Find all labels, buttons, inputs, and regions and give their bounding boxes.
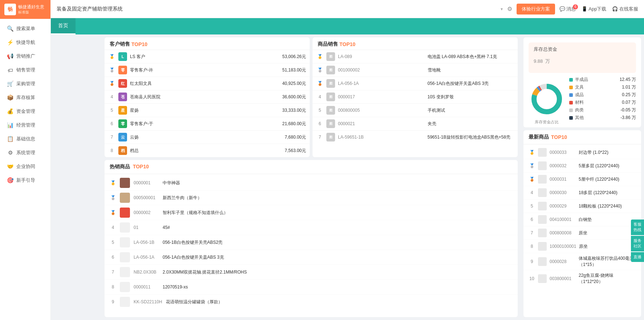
product-rank-title: 商品销售 TOP10: [313, 37, 518, 50]
rank-num-6: 6: [529, 217, 535, 222]
purchase-icon: 🛒: [7, 81, 13, 87]
chart-label: 库存资金占比: [535, 119, 559, 125]
middle-section: 客户销售 TOP10 🥇 L LS 客户 53,006.26元 🥈: [102, 34, 521, 320]
rank-num-5: 5: [110, 240, 116, 245]
product-name: 手机测试: [428, 107, 514, 114]
product-thumbnail: [120, 237, 130, 247]
product-code: 0000002: [134, 210, 159, 215]
rank-num-7: 7: [316, 135, 323, 140]
table-row: 5 星 星扬 33,333.00元: [105, 104, 310, 117]
rank-name: 红太阳文具: [130, 81, 280, 87]
list-item: 🥈 0000032 5厘多层 (1220*2440): [523, 159, 641, 173]
online-service-button[interactable]: 🎧 在线客服: [612, 6, 638, 12]
legend-value: -0.05 万: [620, 107, 636, 113]
rank-num-4: 4: [108, 94, 115, 99]
service-community-button[interactable]: 服务社区: [631, 236, 644, 251]
sidebar-item-inventory[interactable]: 📦 库存核算: [0, 91, 50, 104]
sidebar-label-sales: 销售管理: [16, 67, 35, 73]
table-row: 🥇 图 LA-089 电池盖 LA-089 ABS本色+黑种 7.1克: [313, 50, 518, 63]
table-row: 🥉 图 LA-056-1A 056-1A白色按键开关盖ABS 3壳: [313, 77, 518, 90]
legend-row: 材料 0.07 万: [569, 99, 636, 106]
customer-service-button[interactable]: 客服热线: [631, 220, 644, 235]
sidebar-item-guide[interactable]: 🎯 新手引导: [0, 173, 50, 187]
sidebar-item-marketing[interactable]: 📢 营销推广: [0, 49, 50, 63]
right-section: 库存总资金 9.88 万: [521, 34, 644, 320]
quick-nav-icon: ⚡: [7, 39, 13, 46]
rank-num-7: 7: [110, 270, 116, 275]
legend-label-text: 文具: [575, 84, 584, 90]
sidebar-item-cooperation[interactable]: 🤝 企业协同: [0, 160, 50, 173]
rank-name: 零售客户-许: [130, 67, 280, 73]
product-name: 056-1B白色按键开关壳ABS2壳: [163, 239, 223, 246]
settings-icon[interactable]: ⚙: [507, 5, 512, 12]
tab-home[interactable]: 首页: [51, 18, 76, 34]
sidebar-item-system[interactable]: ⚙ 系统管理: [0, 146, 50, 160]
sidebar-item-management[interactable]: 📊 经营管理: [0, 118, 50, 132]
product-code: 0000017: [338, 94, 425, 99]
sidebar-label-search: 搜索菜单: [16, 25, 35, 32]
try-button[interactable]: 体验行业方案: [517, 4, 555, 15]
product-name: 10S 变刹罗彀: [428, 94, 514, 100]
rank-num-6: 6: [110, 255, 116, 260]
customer-rank-top10: TOP10: [131, 41, 147, 47]
avatar: 星: [118, 106, 127, 115]
sidebar-item-finance[interactable]: 💰 资金管理: [0, 104, 50, 118]
product-img: 图: [326, 106, 335, 115]
rank-name: LS 客户: [130, 54, 280, 60]
rank-name: 云扬: [130, 134, 282, 140]
new-products-label: 最新商品: [529, 134, 549, 140]
list-item: 5 0000029 18颗粒板 (1220*2440): [523, 200, 641, 213]
product-rank-label: 商品销售: [318, 41, 338, 48]
stock-amount: 9.88: [534, 58, 543, 64]
product-code: 000800008: [550, 230, 576, 235]
stock-chart-area: 库存资金占比 半成品 12.45 万: [529, 77, 636, 122]
stock-legend: 半成品 12.45 万 文具 1.01 万: [569, 77, 636, 122]
live-stream-button[interactable]: 直播: [631, 252, 644, 262]
product-name: 夹壳: [428, 121, 514, 127]
product-code: NB2.0X30B: [134, 270, 159, 275]
product-name: 智利车子里（规格不知道填什么）: [163, 210, 228, 216]
legend-color-dot: [569, 108, 573, 112]
rank-medal: 🥇: [316, 54, 323, 59]
system-title: 装备及固定资产辅助管理系统: [57, 6, 496, 12]
app-download-label: App下载: [588, 6, 606, 12]
product-img: 图: [326, 119, 335, 128]
product-thumbnail: [538, 257, 547, 266]
legend-color-dot: [569, 116, 573, 120]
product-name: 雪地靴: [428, 67, 514, 73]
rank-name: 档总: [130, 148, 282, 154]
sidebar-label-management: 经营管理: [16, 122, 35, 128]
stock-value: 9.88 万: [534, 55, 631, 65]
product-thumbnail: [120, 267, 130, 277]
notification-button[interactable]: 💬 消息 6: [559, 6, 576, 12]
product-thumbnail: [538, 188, 547, 197]
legend-value: -3.86 万: [620, 115, 636, 121]
dropdown-arrow-icon[interactable]: ▾: [501, 7, 503, 12]
sidebar-item-search[interactable]: 🔍 搜索菜单: [0, 22, 50, 36]
table-row: 7 图 LA-59651-1B 59651-1B旋转投影灯电池盒ABS黑色+58…: [313, 131, 518, 144]
list-item: 🥇 0000033 封边带 (1.0*22): [523, 146, 641, 159]
list-item: 4 0000030 18多层 (1220*2440): [523, 186, 641, 200]
legend-color-dot: [569, 93, 573, 97]
app-download-button[interactable]: 📱 App下载: [582, 6, 606, 12]
logo-text: 畅捷通好生意: [18, 4, 44, 10]
product-code: LA-056-1A: [338, 81, 425, 86]
product-name: 白钢垫: [579, 217, 592, 223]
product-name: 花语萌恒温分罐罐袋（厚款）: [166, 299, 223, 305]
product-code: 004100001: [550, 217, 576, 222]
product-name: 056-1A白色按键开关盖ABS 3克: [163, 254, 224, 260]
product-name: 5厘多层 (1220*2440): [579, 163, 619, 169]
product-img: 图: [326, 52, 335, 61]
sidebar-item-basics[interactable]: 📋 基础信息: [0, 132, 50, 146]
sidebar-item-sales[interactable]: 🏷 销售管理: [0, 63, 50, 77]
rank-name: 零售客户-于: [130, 121, 280, 127]
product-code: 0000011: [134, 284, 159, 290]
product-name: 电池盖 LA-089 ABS本色+黑种 7.1克: [428, 54, 514, 60]
product-name: 18颗粒板 (1220*2440): [579, 203, 622, 209]
sidebar-item-purchase[interactable]: 🛒 采购管理: [0, 77, 50, 91]
sidebar-item-quicknav[interactable]: ⚡ 快捷导航: [0, 36, 50, 49]
sidebar-nav: 🔍 搜索菜单 ⚡ 快捷导航 📢 营销推广 🏷 销售管理 🛒 采购管理 📦 库存核…: [0, 19, 50, 320]
sidebar-label-basics: 基础信息: [16, 136, 35, 142]
table-row: 4 图 0000017 10S 变刹罗彀: [313, 90, 518, 104]
rank-num-6: 6: [316, 121, 323, 126]
